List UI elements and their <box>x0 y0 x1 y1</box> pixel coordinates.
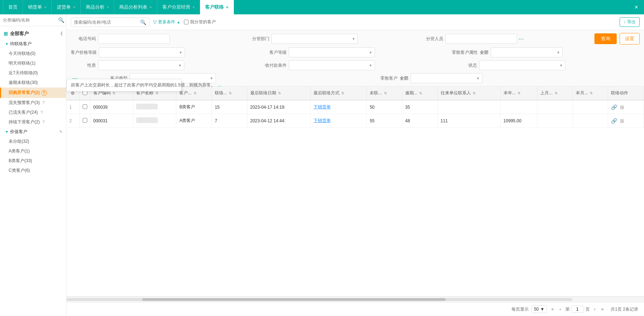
my-customers-check[interactable]: 我分管的客户 <box>184 19 216 25</box>
nav-purchase-order[interactable]: 进货单 × <box>52 0 80 14</box>
customer-level-select[interactable]: ▼ <box>289 47 375 57</box>
export-button[interactable]: ↑ 导出 <box>620 17 640 27</box>
sidebar-item-b-class[interactable]: B类客户(33) <box>0 156 66 166</box>
global-close-button[interactable]: × <box>631 4 641 11</box>
person-select[interactable] <box>445 34 517 44</box>
sidebar-search-input[interactable] <box>3 18 57 23</box>
close-product-list-icon[interactable]: × <box>149 5 152 9</box>
more-conditions-btn[interactable]: ▽ 更多条件 ▲ <box>153 19 180 25</box>
declining-help-icon[interactable]: ? <box>42 120 45 124</box>
th-contact-person: 往来单位联系人 ⇅ <box>437 86 500 100</box>
main-layout: 🔍 ⊞ 全部客户 《 ▼ 待联络客户 今天待联络(0) 明天待联络(1) 近7天… <box>0 14 644 316</box>
customer-table: ⚙ 客户编码 ⇅ 客户名称 ⇅ 客户... <box>66 86 644 128</box>
person-dots[interactable]: ··· <box>517 35 525 43</box>
nav-product-analysis[interactable]: 商品分析 × <box>81 0 114 14</box>
sidebar-item-churned[interactable]: 已流失客户(24) ? <box>0 108 66 117</box>
tooltip-dots[interactable]: ... <box>218 82 221 88</box>
nav-sales-order[interactable]: 销货单 × <box>23 0 52 14</box>
payment-terms-select[interactable]: ▼ <box>289 60 375 70</box>
cell-overdue: 35 <box>402 100 437 114</box>
status-select[interactable]: ▼ <box>479 60 565 70</box>
nature-select[interactable]: ▼ <box>98 60 184 70</box>
cell-last-method[interactable]: 下销货单 <box>310 100 367 114</box>
close-customer-seg-icon[interactable]: × <box>193 5 195 9</box>
per-page-select[interactable]: 50 ▼ <box>532 305 547 313</box>
edit-value-group-icon[interactable]: ✎ <box>59 129 62 134</box>
nav-customer-segmentation[interactable]: 客户分层经营 × <box>157 0 200 14</box>
cell-unlisted: 50 <box>367 100 402 114</box>
dept-arrow-icon: ▼ <box>352 37 355 41</box>
sidebar-item-overdue[interactable]: 逾期未联络(30) <box>0 78 66 88</box>
sidebar-item-churn-warning[interactable]: 流失预警客户(3) ? <box>0 98 66 108</box>
sidebar-item-abnormal-repurchase[interactable]: 回购异常客户(2) ? <box>0 88 66 98</box>
next-page-button[interactable]: › <box>593 306 597 312</box>
payment-terms-label: 收付款条件 <box>261 62 287 69</box>
last-page-button[interactable]: » <box>600 306 605 312</box>
unlisted-sort-icon[interactable]: ⇅ <box>384 91 387 95</box>
churn-help-icon[interactable]: ? <box>42 100 45 105</box>
nav-product-analysis-list[interactable]: 商品分析列表 × <box>114 0 157 14</box>
horizontal-scrollbar[interactable] <box>66 298 572 301</box>
search-icon[interactable]: 🔍 <box>140 19 146 25</box>
close-sales-icon[interactable]: × <box>44 5 46 9</box>
churned-help-icon[interactable]: ? <box>41 110 43 114</box>
scrollbar-thumb[interactable] <box>142 298 446 301</box>
sidebar-item-7days[interactable]: 近7天待联络(0) <box>0 68 66 78</box>
page-info: 第 页 <box>565 306 590 313</box>
prev-page-button[interactable]: ‹ <box>558 306 562 312</box>
query-button[interactable]: 查询 <box>594 33 617 44</box>
nav-customer-contact[interactable]: 客户联络 × <box>200 0 233 14</box>
close-customer-contact-icon[interactable]: × <box>226 5 228 9</box>
all-customers-title[interactable]: ⊞ 全部客户 《 <box>0 28 66 39</box>
type-sort-icon[interactable]: ⇅ <box>194 91 196 95</box>
filter-status: 状态 ▼ <box>452 60 640 70</box>
sidebar-search-icon[interactable]: 🔍 <box>58 17 64 23</box>
sidebar-group-pending[interactable]: ▼ 待联络客户 <box>0 39 66 49</box>
action-grid-icon[interactable]: ⊞ <box>620 104 624 110</box>
sidebar-item-ungroup[interactable]: 未分组(32) <box>0 137 66 146</box>
nav-home[interactable]: 首页 <box>3 0 23 14</box>
settings-button[interactable]: 设置 <box>620 33 640 44</box>
action-link-icon[interactable]: 🔗 <box>611 118 617 124</box>
table-area: ⚙ 客户编码 ⇅ 客户名称 ⇅ 客户... <box>66 86 644 296</box>
cell-actions: 🔗 ⊞ <box>608 100 644 114</box>
name-sort-icon[interactable]: ⇅ <box>156 91 158 95</box>
sidebar-item-declining[interactable]: 持续下滑客户(2) ? <box>0 117 66 127</box>
overdue-sort-icon[interactable]: ⇅ <box>419 91 422 95</box>
sidebar-group-value[interactable]: ▼ 价值客户 ✎ <box>0 127 66 137</box>
sidebar-item-c-class[interactable]: C类客户(6) <box>0 166 66 175</box>
retail-customer-label: 零散客户 <box>372 75 398 81</box>
code-sort-icon[interactable]: ⇅ <box>112 91 115 95</box>
last-method-sort-icon[interactable]: ⇅ <box>341 91 344 95</box>
cell-last-method[interactable]: 下销货单 <box>310 114 367 128</box>
cell-check[interactable] <box>79 100 90 114</box>
last-date-sort-icon[interactable]: ⇅ <box>278 91 281 95</box>
retail-attr-select[interactable]: ▼ <box>491 47 562 57</box>
page-number-input[interactable] <box>571 306 584 313</box>
contact-count-sort-icon[interactable]: ⇅ <box>229 91 232 95</box>
search-input[interactable] <box>74 20 139 25</box>
this-year-sort-icon[interactable]: ⇅ <box>518 91 520 95</box>
dept-select[interactable]: ▼ <box>272 34 358 44</box>
sidebar-item-a-class[interactable]: A类客户(1) <box>0 146 66 156</box>
help-icon[interactable]: ? <box>41 90 47 96</box>
this-month-sort-icon[interactable]: ⇅ <box>590 91 593 95</box>
contact-person-sort-icon[interactable]: ⇅ <box>473 91 476 95</box>
my-customers-checkbox[interactable] <box>184 20 189 24</box>
price-level-select[interactable]: ▼ <box>99 47 185 57</box>
status-label: 状态 <box>452 62 477 69</box>
sidebar-item-today[interactable]: 今天待联络(0) <box>0 49 66 58</box>
collapse-icon[interactable]: 《 <box>58 31 62 37</box>
action-grid-icon[interactable]: ⊞ <box>620 118 624 124</box>
cell-check[interactable] <box>79 114 90 128</box>
first-page-button[interactable]: « <box>550 306 555 312</box>
close-product-analysis-icon[interactable]: × <box>107 5 109 9</box>
last-month-sort-icon[interactable]: ⇅ <box>555 91 557 95</box>
close-purchase-icon[interactable]: × <box>73 5 75 9</box>
sidebar-item-tomorrow[interactable]: 明天待联络(1) <box>0 58 66 68</box>
action-link-icon[interactable]: 🔗 <box>611 104 617 110</box>
retail-customer-select[interactable]: ▼ <box>411 73 482 83</box>
phone-input[interactable] <box>98 34 170 44</box>
export-icon: ↑ <box>624 20 626 25</box>
filter-row-3: 性质 ▼ 收付款条件 ▼ 状态 <box>71 60 640 70</box>
